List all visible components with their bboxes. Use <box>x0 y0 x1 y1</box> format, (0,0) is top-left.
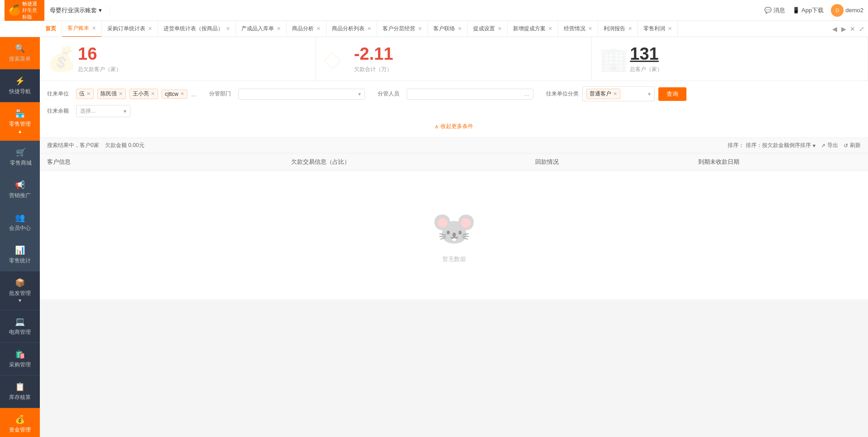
tab-profit-report[interactable]: 利润报告 ✕ <box>598 21 638 37</box>
close-tab-business-situation[interactable]: ✕ <box>588 26 592 32</box>
col-customer-info: 客户信息 <box>47 158 291 166</box>
sidebar-item-retail[interactable]: 🏪 零售管理 ▴ <box>0 102 40 141</box>
stat-value-owing-customers: 16 <box>78 44 121 64</box>
tab-goods-analysis[interactable]: 商品分析 ✕ <box>287 21 326 37</box>
close-tab-goods-analysis-list[interactable]: ✕ <box>367 26 371 32</box>
sidebar-item-inventory[interactable]: 📋 库存核算 <box>0 375 40 408</box>
category-select[interactable]: 普通客户 ✕ ▾ <box>582 86 655 101</box>
remove-category-tag[interactable]: ✕ <box>613 91 617 97</box>
close-tab-customer-layered[interactable]: ✕ <box>418 26 422 32</box>
nav-close-icon[interactable]: ✕ <box>848 24 857 33</box>
tab-new-commission[interactable]: 新增提成方案 ✕ <box>508 21 558 37</box>
export-button[interactable]: ↗ 导出 <box>821 142 838 149</box>
company-selector[interactable]: 母婴行业演示账套 ▾ <box>44 6 110 14</box>
nav-arrows: ◀ ▶ ✕ ⤢ <box>828 24 868 33</box>
tab-commission-settings[interactable]: 提成设置 ✕ <box>468 21 508 37</box>
stat-total-customers: 🏢 131 总客户（家） <box>592 37 868 81</box>
result-actions: 排序： 排序：按欠款金额倒序排序 ▾ ↗ 导出 ↺ 刷新 <box>728 142 861 149</box>
sidebar-item-member[interactable]: 👥 会员中心 <box>0 206 40 239</box>
sidebar-item-finance[interactable]: 💰 资金管理 <box>0 408 40 437</box>
nav-tabs: 首页 客户账本 ✕ 采购订单统计表 ✕ 进货单统计表（按商品） ✕ 产成品入库单… <box>0 21 868 37</box>
main-layout: 🔍 搜索菜单 ⚡ 快捷导航 🏪 零售管理 ▴ 🛒 零售商城 📢 营销推广 👥 会… <box>0 37 868 437</box>
sidebar: 🔍 搜索菜单 ⚡ 快捷导航 🏪 零售管理 ▴ 🛒 零售商城 📢 营销推广 👥 会… <box>0 37 40 437</box>
close-tab-goods-analysis[interactable]: ✕ <box>317 26 321 32</box>
nav-right-arrow[interactable]: ▶ <box>839 24 848 33</box>
close-tab-customer-ledger[interactable]: ✕ <box>92 25 96 31</box>
col-owing-transaction: 欠款交易信息（占比） <box>291 158 535 166</box>
result-bar: 搜索结果中，客户0家 欠款金额 0.00元 排序： 排序：按欠款金额倒序排序 ▾… <box>40 138 868 153</box>
nav-expand-icon[interactable]: ⤢ <box>857 24 866 33</box>
query-button[interactable]: 查询 <box>658 87 686 101</box>
tab-retail-profit[interactable]: 零售利润 ✕ <box>638 21 678 37</box>
close-tab-goods-stats[interactable]: ✕ <box>226 26 230 32</box>
close-tab-purchase-order[interactable]: ✕ <box>148 26 152 32</box>
message-button[interactable]: 💬 消息 <box>764 6 785 14</box>
close-tab-commission-settings[interactable]: ✕ <box>498 26 502 32</box>
stat-label-total-customers: 总客户（家） <box>630 66 662 73</box>
dept-select[interactable]: ▾ <box>238 89 365 100</box>
filter-label-balance: 往来余额 <box>47 107 72 115</box>
balance-select[interactable]: 选择... ▾ <box>76 105 130 117</box>
close-tab-retail-profit[interactable]: ✕ <box>668 26 672 32</box>
filter-bar: 往来单位 伍 ✕ 陈民强 ✕ 王小亮 ✕ cjttcw ✕ ... <box>40 81 868 138</box>
user-menu[interactable]: D demo2 <box>831 4 863 17</box>
refresh-button[interactable]: ↺ 刷新 <box>844 142 861 149</box>
sidebar-item-ecommerce[interactable]: 💻 电商管理 <box>0 310 40 343</box>
filter-label-unit: 往来单位 <box>47 90 72 98</box>
empty-label: 暂无数据 <box>442 255 466 263</box>
sidebar-item-wholesale[interactable]: 📦 批发管理 ▾ <box>0 271 40 310</box>
remove-tag-unit-1[interactable]: ✕ <box>86 91 91 97</box>
tab-customer-ledger[interactable]: 客户账本 ✕ <box>62 21 102 37</box>
nav-left-arrow[interactable]: ◀ <box>830 24 839 33</box>
sort-select[interactable]: 排序： 排序：按欠款金额倒序排序 ▾ <box>728 142 815 149</box>
stat-label-owing-amount: 欠款合计（万） <box>354 66 393 73</box>
sidebar-item-purchase[interactable]: 🛍️ 采购管理 <box>0 343 40 375</box>
remove-tag-unit-3[interactable]: ✕ <box>151 91 155 97</box>
retail-icon: 🏪 <box>15 109 25 119</box>
marketing-icon: 📢 <box>15 180 25 190</box>
col-due-date: 到期未收款日期 <box>698 158 861 166</box>
collapse-button[interactable]: ∧ 收起更多条件 <box>47 121 861 132</box>
tab-goods-stats[interactable]: 进货单统计表（按商品） ✕ <box>158 21 236 37</box>
sidebar-item-quick-nav[interactable]: ⚡ 快捷导航 <box>0 70 40 102</box>
avatar: D <box>831 4 844 17</box>
stat-total-owing-amount: ◇ -2.11 欠款合计（万） <box>316 37 592 81</box>
message-icon: 💬 <box>764 7 772 14</box>
col-payment-status: 回款情况 <box>535 158 698 166</box>
tab-customer-contact[interactable]: 客户联络 ✕ <box>428 21 468 37</box>
sidebar-item-retail-stats[interactable]: 📊 零售统计 <box>0 239 40 271</box>
filter-tag-unit-4: cjttcw ✕ <box>162 90 187 99</box>
close-tab-new-commission[interactable]: ✕ <box>548 26 552 32</box>
tab-goods-analysis-list[interactable]: 商品分析列表 ✕ <box>326 21 377 37</box>
close-tab-profit-report[interactable]: ✕ <box>628 26 632 32</box>
close-tab-product-storage[interactable]: ✕ <box>277 26 281 32</box>
inventory-icon: 📋 <box>15 382 25 392</box>
app-download-button[interactable]: 📱 App下载 <box>792 6 824 14</box>
category-tag: 普通客户 ✕ <box>586 89 620 99</box>
table-area: 客户信息 欠款交易信息（占比） 回款情况 到期未收款日期 🐭 暂无数据 <box>40 153 868 299</box>
export-icon: ↗ <box>821 142 825 149</box>
tab-product-storage[interactable]: 产成品入库单 ✕ <box>236 21 287 37</box>
tab-customer-layered[interactable]: 客户分层经营 ✕ <box>377 21 428 37</box>
stat-label-owing-customers: 总欠款客户（家） <box>78 66 121 73</box>
close-tab-customer-contact[interactable]: ✕ <box>458 26 462 32</box>
tab-purchase-order[interactable]: 采购订单统计表 ✕ <box>102 21 158 37</box>
finance-icon: 💰 <box>15 414 25 424</box>
more-tags-button[interactable]: ... <box>191 90 197 98</box>
search-icon: 🔍 <box>15 43 25 53</box>
table-empty: 🐭 暂无数据 <box>40 171 868 299</box>
tab-home[interactable]: 首页 <box>40 21 62 37</box>
person-more-button[interactable]: ... <box>525 91 529 97</box>
dept-select-arrow: ▾ <box>358 91 361 97</box>
remove-tag-unit-2[interactable]: ✕ <box>119 91 123 97</box>
member-icon: 👥 <box>15 213 25 223</box>
sidebar-item-retail-mall[interactable]: 🛒 零售商城 <box>0 141 40 174</box>
logo: 🍊 畅捷通好生意 标版 <box>5 0 44 21</box>
category-select-arrow: ▾ <box>648 91 651 97</box>
remove-tag-unit-4[interactable]: ✕ <box>180 91 184 97</box>
top-actions: 💬 消息 📱 App下载 D demo2 <box>764 4 863 17</box>
person-select[interactable]: ... <box>407 89 533 100</box>
tab-business-situation[interactable]: 经营情况 ✕ <box>558 21 598 37</box>
sidebar-item-search[interactable]: 🔍 搜索菜单 <box>0 37 40 70</box>
sidebar-item-marketing[interactable]: 📢 营销推广 <box>0 174 40 206</box>
